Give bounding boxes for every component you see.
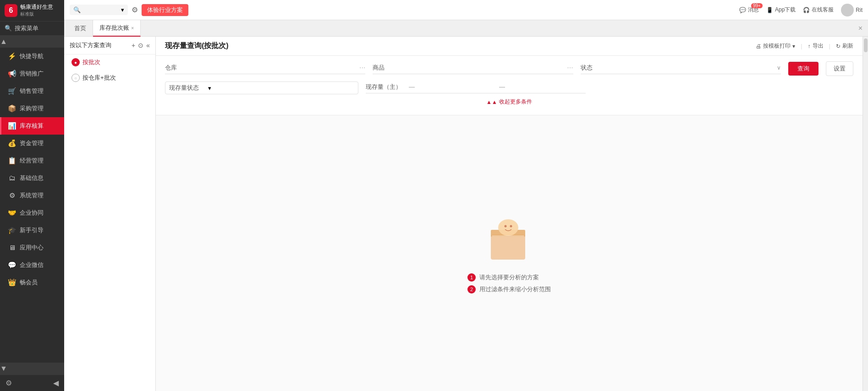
nav-label-operation: 经营管理	[20, 157, 44, 165]
nav-icon-inventory: 📊	[8, 122, 16, 130]
print-btn[interactable]: 🖨 按模板打印 ▾	[756, 42, 795, 50]
nav-label-purchase: 采购管理	[20, 104, 44, 113]
app-download-icon: 📱	[766, 7, 773, 13]
settings-btn[interactable]: 设置	[826, 61, 853, 76]
warehouse-filter[interactable]: 仓库 ···	[165, 64, 365, 74]
sidebar-item-purchase[interactable]: 📦 采购管理	[0, 100, 64, 117]
app-version: 标准版	[20, 11, 53, 17]
sidebar-item-system[interactable]: ⚙ 系统管理	[0, 187, 64, 204]
user-avatar	[841, 4, 854, 16]
nav-icon-member: 👑	[8, 278, 16, 287]
topbar-search-box[interactable]: 🔍 ▾	[70, 5, 128, 15]
sidebar-item-finance[interactable]: 💰 资金管理	[0, 135, 64, 152]
inventory-main-start-input[interactable]	[418, 83, 495, 90]
tab-home[interactable]: 首页	[68, 20, 93, 37]
step1-text: 请先选择要分析的方案	[479, 273, 539, 282]
topbar-settings-icon[interactable]: ⚙	[132, 5, 138, 14]
company-name: 畅康通好生意	[20, 4, 53, 11]
query-btn[interactable]: 查询	[788, 62, 819, 76]
scroll-thumb[interactable]	[864, 38, 868, 52]
tab-inventory-batch-label: 库存批次账	[99, 24, 129, 32]
sidebar-item-quick-nav[interactable]: ⚡ 快捷导航	[0, 48, 64, 65]
topbar-search-input[interactable]	[82, 7, 119, 13]
active-dot-icon: ●	[71, 58, 80, 66]
scheme-batch-label: 按批次	[82, 58, 100, 66]
search-label: 搜索菜单	[15, 24, 38, 33]
right-panel: 现存量查询(按批次) 🖨 按模板打印 ▾ | ↑ 导出 | ↻	[156, 37, 863, 391]
settings-bottom-icon[interactable]: ⚙	[5, 379, 12, 387]
print-dropdown-icon[interactable]: ▾	[792, 43, 795, 49]
refresh-btn[interactable]: ↻ 刷新	[836, 42, 853, 50]
warehouse-filter-dots[interactable]: ···	[359, 64, 365, 72]
scheme-settings-btn[interactable]: ⊙	[138, 42, 143, 49]
trial-btn[interactable]: 体验行业方案	[142, 4, 188, 16]
online-service-btn[interactable]: 🎧 在线客服	[803, 6, 834, 14]
left-panel-header: 按以下方案查询 + ⊙ «	[64, 37, 155, 54]
collapse-sidebar-icon[interactable]: ◀	[53, 379, 59, 387]
goods-filter[interactable]: 商品 ···	[373, 64, 573, 74]
nav-icon-basic: 🗂	[8, 174, 16, 182]
nav-label-sales: 销售管理	[20, 87, 44, 95]
status-filter[interactable]: 状态 ∨	[581, 64, 781, 74]
sidebar: 6 畅康通好生意 标准版 🔍 搜索菜单 ▲ ⚡ 快捷导航 📢 营销推广 🛒 销售…	[0, 0, 64, 391]
empty-state: 1 请先选择要分析的方案 2 用过滤条件来缩小分析范围	[156, 115, 863, 391]
nav-label-appstore: 应用中心	[20, 244, 44, 252]
tab-inventory-batch[interactable]: 库存批次账 ×	[93, 20, 141, 37]
svg-point-3	[505, 225, 507, 228]
nav-icon-sales: 🛒	[8, 87, 16, 95]
page-close-btn[interactable]: ×	[857, 22, 864, 34]
message-icon: 💬	[739, 7, 746, 13]
topbar-actions: 💬 消息 99+ 📱 App下载 🎧 在线客服 Rit	[739, 4, 863, 16]
app-download-btn[interactable]: 📱 App下载	[766, 6, 796, 14]
sidebar-item-appstore[interactable]: 🖥 应用中心	[0, 239, 64, 256]
scroll-up-btn[interactable]: ▲	[0, 36, 64, 48]
nav-label-basic: 基础信息	[20, 174, 44, 182]
nav-icon-finance: 💰	[8, 139, 16, 147]
goods-filter-input[interactable]	[388, 64, 567, 71]
sidebar-item-wechat[interactable]: 💬 企业微信	[0, 256, 64, 274]
user-name: Rit	[856, 7, 863, 13]
sidebar-item-basic[interactable]: 🗂 基础信息	[0, 169, 64, 187]
scheme-item-warehouse-batch[interactable]: ○ 按仓库+批次	[64, 70, 155, 86]
message-btn[interactable]: 💬 消息 99+	[739, 6, 759, 14]
status-filter-chevron[interactable]: ∨	[777, 65, 781, 71]
goods-filter-dots[interactable]: ···	[567, 64, 573, 72]
inventory-status-chevron[interactable]: ▾	[208, 85, 211, 92]
sidebar-item-sales[interactable]: 🛒 销售管理	[0, 82, 64, 100]
sidebar-item-enterprise[interactable]: 🤝 企业协同	[0, 204, 64, 222]
export-btn[interactable]: ↑ 导出	[808, 42, 824, 50]
sidebar-item-inventory[interactable]: 📊 库存核算	[0, 117, 64, 135]
status-filter-input[interactable]	[596, 64, 777, 71]
app-logo: 6	[5, 4, 17, 17]
sidebar-search-item[interactable]: 🔍 搜索菜单	[0, 22, 64, 36]
nav-label-guide: 新手引导	[20, 226, 44, 234]
warehouse-filter-input[interactable]	[181, 64, 359, 71]
inventory-status-filter[interactable]: 现存量状态 ▾	[165, 81, 358, 94]
sidebar-item-guide[interactable]: 🎓 新手引导	[0, 222, 64, 239]
tabbar: 首页 库存批次账 × ×	[64, 20, 868, 37]
filter-area: 仓库 ··· 商品 ··· 状态 ∨ 查询 设	[156, 56, 863, 115]
sidebar-item-member[interactable]: 👑 畅会员	[0, 274, 64, 291]
sidebar-item-operation[interactable]: 📋 经营管理	[0, 152, 64, 169]
left-panel-actions: + ⊙ «	[132, 42, 150, 49]
nav-label-marketing: 营销推广	[20, 70, 44, 78]
step2-text: 用过滤条件来缩小分析范围	[479, 285, 551, 293]
inventory-main-end-input[interactable]	[509, 83, 586, 90]
print-icon: 🖨	[756, 43, 761, 49]
scroll-down-btn[interactable]: ▼	[0, 363, 64, 375]
tab-close-icon[interactable]: ×	[131, 25, 134, 31]
empty-step-2: 2 用过滤条件来缩小分析范围	[467, 285, 551, 293]
topbar-search-dropdown-icon[interactable]: ▾	[121, 6, 124, 13]
add-scheme-btn[interactable]: +	[132, 42, 135, 49]
sidebar-item-marketing[interactable]: 📢 营销推广	[0, 65, 64, 82]
status-filter-label: 状态	[581, 64, 593, 72]
collapse-panel-btn[interactable]: «	[146, 42, 150, 49]
inactive-dot-icon: ○	[71, 74, 80, 82]
print-label: 按模板打印	[763, 42, 791, 50]
right-scrollbar[interactable]	[863, 37, 868, 391]
nav-icon-guide: 🎓	[8, 226, 16, 234]
sidebar-nav: ⚡ 快捷导航 📢 营销推广 🛒 销售管理 📦 采购管理 📊 库存核算 💰 资金管…	[0, 48, 64, 363]
scheme-item-batch[interactable]: ● 按批次	[64, 54, 155, 70]
collapse-filters-btn[interactable]: ▲▲ 收起更多条件	[165, 94, 853, 109]
user-avatar-btn[interactable]: Rit	[841, 4, 863, 16]
